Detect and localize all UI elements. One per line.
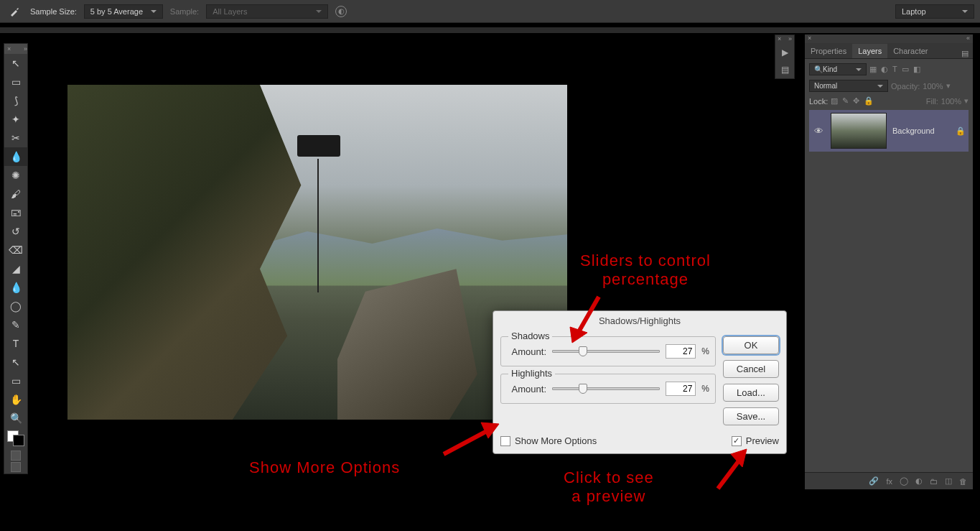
opacity-value: 100%	[923, 82, 943, 91]
lock-all-icon[interactable]: 🔒	[864, 96, 874, 106]
type-tool[interactable]: T	[4, 334, 27, 353]
layer-name[interactable]: Background	[892, 126, 950, 135]
eraser-tool[interactable]: ⌫	[4, 241, 27, 259]
workspace-dropdown[interactable]: Laptop	[895, 4, 974, 19]
lock-position-icon[interactable]: ✥	[853, 96, 859, 106]
path-select-tool[interactable]: ↖	[4, 353, 27, 371]
tab-character[interactable]: Character	[887, 44, 933, 58]
tab-layers[interactable]: Layers	[852, 44, 887, 58]
document-tabs	[0, 27, 980, 33]
ok-button[interactable]: OK	[723, 336, 779, 354]
highlights-slider-thumb[interactable]	[579, 384, 587, 394]
fill-arrow-icon[interactable]: ▾	[964, 96, 969, 106]
sample-size-dropdown[interactable]: 5 by 5 Average	[84, 4, 163, 19]
dodge-tool[interactable]: ◯	[4, 297, 27, 315]
collapsed-panel-group: ×» ▶ ▤	[775, 34, 795, 79]
show-more-label: Show More Options	[515, 435, 597, 446]
shadows-amount-input[interactable]	[666, 344, 696, 359]
shadows-highlights-dialog: Shadows/Highlights Shadows Amount: % Hig…	[493, 310, 787, 454]
close-icon[interactable]: ×	[778, 35, 781, 44]
magic-wand-tool[interactable]: ✦	[4, 110, 27, 129]
collapse-icon[interactable]: «	[966, 34, 970, 43]
chevron-down-icon	[856, 68, 862, 71]
background-color[interactable]	[13, 435, 24, 446]
options-bar: Sample Size: 5 by 5 Average Sample: All …	[0, 0, 980, 23]
history-brush-tool[interactable]: ↺	[4, 222, 27, 241]
marquee-tool[interactable]: ▭	[4, 73, 27, 91]
chevron-down-icon	[962, 10, 968, 13]
sample-ring-icon[interactable]: ◐	[335, 6, 347, 17]
preview-checkbox[interactable]: ✓	[732, 436, 742, 446]
opacity-arrow-icon[interactable]: ▾	[946, 81, 951, 91]
sample-dropdown: All Layers	[206, 4, 328, 19]
fill-label: Fill:	[926, 97, 938, 106]
filter-pixel-icon[interactable]: ▦	[869, 65, 877, 74]
highlights-fieldset: Highlights Amount: %	[500, 374, 716, 404]
highlights-legend: Highlights	[508, 368, 555, 379]
sample-value: All Layers	[213, 7, 247, 16]
highlights-slider[interactable]	[552, 387, 660, 390]
load-button[interactable]: Load...	[723, 384, 779, 402]
active-tool-icon[interactable]	[6, 3, 23, 20]
layer-filter-dropdown[interactable]: 🔍Kind	[809, 63, 867, 75]
delete-layer-icon[interactable]: 🗑	[959, 477, 967, 486]
layers-panel-footer: 🔗 fx ◯ ◐ 🗀 ◫ 🗑	[805, 472, 973, 489]
tab-properties[interactable]: Properties	[805, 44, 852, 58]
visibility-icon[interactable]: 👁	[812, 126, 825, 137]
eyedropper-tool[interactable]: 💧	[4, 147, 27, 166]
layer-thumbnail[interactable]	[831, 113, 887, 149]
expand-icon[interactable]: »	[24, 45, 27, 52]
crop-tool[interactable]: ✂	[4, 129, 27, 147]
filter-shape-icon[interactable]: ▭	[902, 65, 909, 74]
color-swatches[interactable]	[4, 428, 27, 449]
blend-mode-dropdown[interactable]: Normal	[809, 80, 888, 92]
canvas-area	[36, 34, 808, 531]
expand-icon[interactable]: »	[788, 35, 792, 44]
brush-tool[interactable]: 🖌	[4, 185, 27, 203]
preview-label: Preview	[746, 435, 779, 446]
history-icon[interactable]: ▤	[775, 61, 794, 78]
gradient-tool[interactable]: ◢	[4, 259, 27, 278]
spot-heal-tool[interactable]: ✺	[4, 166, 27, 185]
layer-mask-icon[interactable]: ◯	[900, 476, 908, 486]
panel-tabs: Properties Layers Character ▤	[805, 43, 973, 59]
save-button[interactable]: Save...	[723, 407, 779, 425]
blur-tool[interactable]: 💧	[4, 278, 27, 297]
panel-menu-icon[interactable]: ▤	[957, 49, 973, 58]
layer-row-background[interactable]: 👁 Background 🔒	[809, 110, 969, 152]
cancel-button[interactable]: Cancel	[723, 360, 779, 378]
shadows-slider[interactable]	[552, 350, 660, 353]
lasso-tool[interactable]: ⟆	[4, 91, 27, 110]
filter-adjust-icon[interactable]: ◐	[881, 65, 888, 74]
workspace-value: Laptop	[902, 7, 926, 16]
lock-pixels-icon[interactable]: ✎	[842, 96, 849, 106]
quick-mask-toggle[interactable]	[11, 451, 21, 461]
shadows-slider-thumb[interactable]	[579, 346, 587, 356]
move-tool[interactable]: ↖	[4, 54, 27, 73]
pen-tool[interactable]: ✎	[4, 315, 27, 334]
lock-transparency-icon[interactable]: ▨	[831, 96, 838, 106]
filter-smart-icon[interactable]: ◧	[913, 65, 920, 74]
hand-tool[interactable]: ✋	[4, 390, 27, 409]
tools-panel-header: × »	[4, 44, 27, 54]
opacity-label: Opacity:	[891, 82, 920, 91]
filter-type-icon[interactable]: T	[892, 65, 897, 74]
screen-mode-toggle[interactable]	[11, 462, 21, 472]
new-layer-icon[interactable]: ◫	[945, 476, 952, 486]
preview-row[interactable]: ✓ Preview	[732, 435, 779, 446]
layer-fx-icon[interactable]: fx	[886, 477, 892, 486]
new-group-icon[interactable]: 🗀	[930, 477, 938, 486]
close-icon[interactable]: ×	[808, 34, 811, 43]
show-more-checkbox[interactable]	[500, 436, 510, 446]
sample-size-value: 5 by 5 Average	[90, 7, 143, 16]
new-fill-icon[interactable]: ◐	[915, 476, 923, 486]
shape-tool[interactable]: ▭	[4, 371, 27, 390]
link-layers-icon[interactable]: 🔗	[869, 476, 879, 486]
close-icon[interactable]: ×	[7, 45, 11, 52]
zoom-tool[interactable]: 🔍	[4, 409, 27, 428]
panel-header: × «	[805, 34, 973, 43]
play-icon[interactable]: ▶	[775, 44, 794, 61]
highlights-amount-input[interactable]	[666, 382, 696, 396]
show-more-options-row[interactable]: Show More Options	[500, 435, 597, 446]
stamp-tool[interactable]: 🖃	[4, 203, 27, 222]
